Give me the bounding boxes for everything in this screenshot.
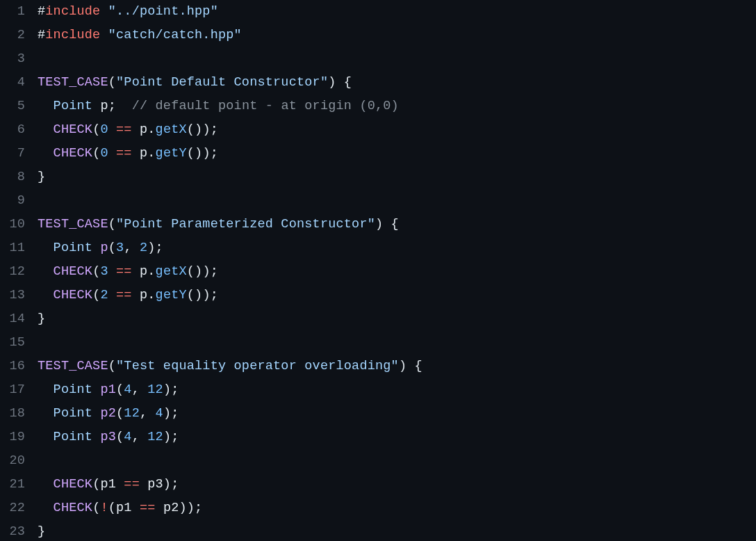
code-line[interactable]: Point p(3, 2);: [38, 236, 422, 260]
token-num: 2: [140, 241, 147, 255]
token-punct: p.: [132, 264, 156, 279]
code-line[interactable]: [38, 47, 422, 71]
token-punct: ());: [187, 122, 218, 137]
token-punct: [38, 406, 54, 421]
token-punct: (: [108, 241, 116, 255]
line-number: 14: [0, 307, 25, 331]
line-number-gutter: 1234567891011121314151617181920212223: [0, 0, 28, 541]
token-num: 12: [124, 406, 140, 421]
token-func: CHECK: [54, 264, 93, 279]
code-line[interactable]: }: [38, 520, 422, 541]
token-type: Point: [54, 406, 93, 421]
code-line[interactable]: CHECK(0 == p.getY());: [38, 142, 422, 165]
token-func: p1: [100, 382, 116, 397]
token-kw: ==: [116, 288, 132, 302]
token-punct: }: [38, 170, 45, 184]
token-punct: );: [163, 406, 179, 421]
code-line[interactable]: CHECK(!(p1 == p2));: [38, 496, 422, 520]
code-line[interactable]: CHECK(0 == p.getX());: [38, 118, 422, 142]
code-line[interactable]: #include "../point.hpp": [38, 0, 422, 24]
token-punct: ) {: [399, 359, 422, 373]
token-punct: [92, 241, 100, 255]
code-line[interactable]: TEST_CASE("Test equality operator overlo…: [38, 355, 422, 378]
line-number: 6: [0, 118, 25, 142]
token-punct: [92, 382, 100, 397]
token-punct: (p1: [92, 477, 124, 492]
line-number: 21: [0, 473, 25, 496]
code-line[interactable]: Point p; // default point - at origin (0…: [38, 95, 422, 118]
token-func: TEST_CASE: [38, 359, 108, 373]
code-line[interactable]: CHECK(p1 == p3);: [38, 473, 422, 496]
token-punct: (: [116, 406, 124, 421]
token-method: getX: [156, 264, 187, 279]
token-kw: !: [100, 501, 108, 515]
code-line[interactable]: Point p2(12, 4);: [38, 402, 422, 426]
token-punct: [38, 146, 54, 161]
token-func: p3: [100, 430, 116, 444]
token-kw: ==: [140, 501, 156, 515]
code-line[interactable]: Point p3(4, 12);: [38, 426, 422, 449]
token-method: getY: [156, 288, 187, 302]
token-punct: p2));: [156, 501, 203, 515]
token-punct: p3);: [140, 477, 179, 492]
token-func: TEST_CASE: [38, 75, 108, 90]
code-line[interactable]: }: [38, 307, 422, 331]
token-func: CHECK: [54, 288, 93, 302]
code-line[interactable]: TEST_CASE("Point Default Constructor") {: [38, 71, 422, 95]
line-number: 18: [0, 402, 25, 426]
token-func: TEST_CASE: [38, 217, 108, 232]
token-punct: [108, 288, 116, 302]
token-punct: [108, 122, 116, 137]
token-punct: ) {: [375, 217, 399, 232]
token-num: 12: [147, 382, 163, 397]
token-punct: [108, 146, 116, 161]
line-number: 13: [0, 284, 25, 307]
token-num: 2: [100, 288, 108, 302]
code-line[interactable]: }: [38, 165, 422, 189]
token-punct: ());: [187, 146, 218, 161]
token-type: Point: [54, 99, 93, 113]
line-number: 4: [0, 71, 25, 95]
token-method: getY: [156, 146, 187, 161]
token-punct: ,: [132, 430, 148, 444]
token-kw: ==: [116, 146, 132, 161]
code-editor[interactable]: 1234567891011121314151617181920212223 #i…: [0, 0, 756, 541]
token-punct: (: [92, 501, 100, 515]
token-punct: [38, 241, 54, 255]
token-type: Point: [54, 382, 93, 397]
code-line[interactable]: #include "catch/catch.hpp": [38, 24, 422, 47]
token-punct: }: [38, 312, 45, 326]
code-line[interactable]: TEST_CASE("Point Parameterized Construct…: [38, 213, 422, 236]
token-type: Point: [54, 241, 93, 255]
code-line[interactable]: [38, 331, 422, 355]
token-punct: p.: [132, 288, 156, 302]
code-line[interactable]: [38, 449, 422, 473]
token-string: "Point Default Constructor": [116, 75, 328, 90]
line-number: 19: [0, 426, 25, 449]
token-kw: ==: [116, 264, 132, 279]
line-number: 16: [0, 355, 25, 378]
code-line[interactable]: CHECK(3 == p.getX());: [38, 260, 422, 284]
code-area[interactable]: #include "../point.hpp"#include "catch/c…: [28, 0, 422, 541]
token-punct: #: [38, 28, 45, 42]
code-line[interactable]: [38, 189, 422, 213]
token-num: 4: [124, 430, 131, 444]
token-func: CHECK: [54, 146, 93, 161]
token-num: 4: [156, 406, 163, 421]
token-punct: ());: [187, 288, 218, 302]
line-number: 5: [0, 95, 25, 118]
token-punct: (p1: [108, 501, 140, 515]
token-punct: (: [108, 217, 116, 232]
code-line[interactable]: CHECK(2 == p.getY());: [38, 284, 422, 307]
token-punct: [38, 99, 54, 113]
token-punct: ());: [187, 264, 218, 279]
token-string: "Test equality operator overloading": [116, 359, 399, 373]
line-number: 22: [0, 496, 25, 520]
code-line[interactable]: Point p1(4, 12);: [38, 378, 422, 402]
token-method: getX: [156, 122, 187, 137]
line-number: 17: [0, 378, 25, 402]
token-punct: [38, 382, 54, 397]
token-punct: [38, 264, 54, 279]
line-number: 2: [0, 24, 25, 47]
token-string: "catch/catch.hpp": [108, 28, 242, 42]
